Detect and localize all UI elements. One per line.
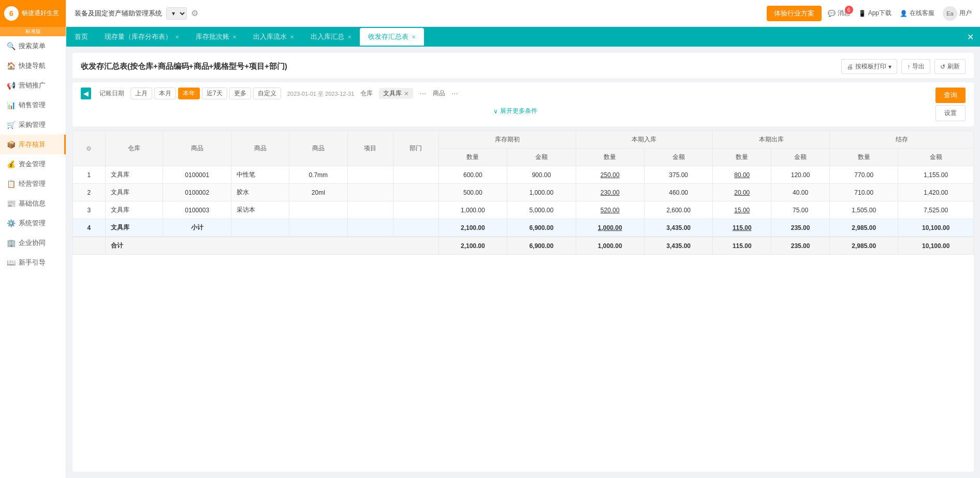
row1-out-qty[interactable]: 80.00 bbox=[713, 166, 771, 184]
inventory-icon: 📦 bbox=[6, 140, 16, 149]
sidebar-item-quick-nav[interactable]: 🏠 快捷导航 bbox=[0, 56, 66, 76]
sidebar-item-system[interactable]: ⚙️ 系统管理 bbox=[0, 213, 66, 233]
sidebar-item-purchase[interactable]: 🛒 采购管理 bbox=[0, 115, 66, 135]
tab-inventory-dist-label: 现存量（库存分布表） bbox=[105, 32, 172, 41]
subtotal-in-qty[interactable]: 1,000.00 bbox=[576, 219, 644, 237]
subtotal-warehouse: 文具库 bbox=[105, 219, 163, 237]
row1-in-qty-link[interactable]: 250.00 bbox=[601, 171, 620, 179]
user-action[interactable]: Ea 用户 bbox=[943, 6, 972, 21]
date-btn-7days[interactable]: 近7天 bbox=[202, 88, 227, 99]
tab-batch-account-close[interactable]: ✕ bbox=[232, 34, 237, 40]
messages-badge: 6 bbox=[845, 6, 853, 14]
refresh-label: 刷新 bbox=[947, 62, 960, 71]
sidebar-item-sales[interactable]: 📊 销售管理 bbox=[0, 95, 66, 115]
row3-closing-amt: 7,525.00 bbox=[898, 201, 974, 219]
row1-out-qty-link[interactable]: 80.00 bbox=[734, 171, 750, 179]
tab-receive-summary-close[interactable]: ✕ bbox=[412, 34, 416, 40]
row2-in-qty-link[interactable]: 230.00 bbox=[601, 189, 620, 196]
row1-in-qty[interactable]: 250.00 bbox=[576, 166, 644, 184]
row2-out-qty-link[interactable]: 20.00 bbox=[734, 189, 750, 196]
experience-button[interactable]: 体验行业方案 bbox=[767, 6, 822, 21]
tab-home[interactable]: 首页 bbox=[66, 28, 96, 46]
row3-in-qty-link[interactable]: 520.00 bbox=[601, 207, 620, 214]
row2-out-qty[interactable]: 20.00 bbox=[713, 184, 771, 201]
online-service-action[interactable]: 👤 在线客服 bbox=[900, 9, 934, 18]
subtotal-label: 小计 bbox=[163, 219, 231, 237]
col-project-header: 项目 bbox=[347, 131, 393, 166]
export-button[interactable]: ↑ 导出 bbox=[901, 59, 930, 74]
tab-inventory-dist[interactable]: 现存量（库存分布表） ✕ bbox=[96, 28, 187, 46]
subtotal-out-qty[interactable]: 115.00 bbox=[713, 219, 771, 237]
sidebar-item-inventory[interactable]: 📦 库存核算 bbox=[0, 135, 66, 154]
export-icon: ↑ bbox=[907, 63, 910, 70]
expand-row: ∨ 展开更多条件 bbox=[99, 103, 931, 115]
guide-icon: 📖 bbox=[6, 258, 16, 267]
row3-out-qty[interactable]: 15.00 bbox=[713, 201, 771, 219]
sidebar-item-guide[interactable]: 📖 新手引导 bbox=[0, 253, 66, 272]
tab-inout-summary-close[interactable]: ✕ bbox=[347, 34, 352, 40]
print-label: 按模板打印 bbox=[855, 62, 886, 71]
date-btn-this-year[interactable]: 本年 bbox=[178, 88, 200, 99]
marketing-icon: 📢 bbox=[6, 81, 16, 90]
date-btn-custom[interactable]: 自定义 bbox=[253, 88, 281, 99]
row3-opening-amt: 5,000.00 bbox=[507, 201, 576, 219]
warehouse-tag-value: 文具库 bbox=[383, 89, 402, 98]
tab-home-label: 首页 bbox=[75, 32, 88, 41]
home-icon: 🏠 bbox=[6, 62, 16, 70]
sidebar-item-search[interactable]: 🔍 搜索菜单 bbox=[0, 36, 66, 56]
subtotal-in-qty-link[interactable]: 1,000.00 bbox=[598, 224, 622, 231]
print-button[interactable]: 🖨 按模板打印 ▾ bbox=[841, 59, 897, 74]
date-btn-last-month[interactable]: 上月 bbox=[130, 88, 152, 99]
sidebar-item-finance[interactable]: 💰 资金管理 bbox=[0, 154, 66, 174]
row3-goods-spec bbox=[289, 201, 347, 219]
warehouse-tag-remove[interactable]: ✕ bbox=[404, 90, 409, 97]
sidebar-item-enterprise[interactable]: 🏢 企业协同 bbox=[0, 233, 66, 253]
expand-more-btn[interactable]: ∨ 展开更多条件 bbox=[493, 107, 537, 115]
query-button[interactable]: 查询 bbox=[935, 88, 966, 103]
tab-inout-flow-close[interactable]: ✕ bbox=[290, 34, 294, 40]
warehouse-tag: 文具库 ✕ bbox=[379, 88, 413, 99]
system-dropdown[interactable]: ▾ bbox=[166, 7, 187, 20]
date-btn-this-month[interactable]: 本月 bbox=[154, 88, 176, 99]
subtotal-no: 4 bbox=[73, 219, 106, 237]
sidebar-label-enterprise: 企业协同 bbox=[19, 238, 46, 248]
total-in-qty: 1,000.00 bbox=[576, 237, 644, 255]
row2-in-qty[interactable]: 230.00 bbox=[576, 184, 644, 201]
sidebar-label-finance: 资金管理 bbox=[19, 160, 46, 169]
goods-filter-more[interactable]: ··· bbox=[451, 89, 458, 98]
app-download-action[interactable]: 📱 App下载 bbox=[858, 9, 891, 18]
sidebar-item-marketing[interactable]: 📢 营销推广 bbox=[0, 76, 66, 95]
main-content: 装备及固定资产辅助管理系统 ▾ ⚙ 体验行业方案 💬 消息 6 📱 App下载 … bbox=[66, 0, 980, 478]
row3-no: 3 bbox=[73, 201, 106, 219]
table-settings-icon[interactable]: ⚙ bbox=[86, 145, 92, 152]
data-table-container: ⚙ 仓库 商品 商品 商品 项目 部门 库存期初 本期入库 本期出库 结存 bbox=[72, 131, 974, 472]
date-btn-more[interactable]: 更多 bbox=[229, 88, 251, 99]
sidebar-item-operations[interactable]: 📋 经营管理 bbox=[0, 174, 66, 194]
filter-collapse-button[interactable]: ◀ bbox=[81, 88, 91, 99]
table-row: 3 文具库 0100003 采访本 1,000.00 5,000.00 520.… bbox=[73, 201, 974, 219]
tab-receive-summary[interactable]: 收发存汇总表 ✕ bbox=[360, 28, 424, 46]
filter-area: ◀ 记账日期 上月 本月 本年 近7天 更多 自定义 2023-01-01 至 … bbox=[72, 82, 974, 126]
tab-inout-summary[interactable]: 出入库汇总 ✕ bbox=[302, 28, 360, 46]
subtotal-out-qty-link[interactable]: 115.00 bbox=[733, 224, 752, 231]
tab-batch-account[interactable]: 库存批次账 ✕ bbox=[187, 28, 245, 46]
tabs-close-all[interactable]: ✕ bbox=[961, 32, 980, 42]
sales-icon: 📊 bbox=[6, 101, 16, 109]
tab-inout-flow[interactable]: 出入库流水 ✕ bbox=[245, 28, 302, 46]
settings-gear-icon[interactable]: ⚙ bbox=[191, 8, 198, 18]
row3-out-qty-link[interactable]: 15.00 bbox=[734, 207, 750, 214]
sidebar-label-sales: 销售管理 bbox=[19, 100, 46, 110]
sidebar-item-basic[interactable]: 📰 基础信息 bbox=[0, 194, 66, 213]
total-out-qty: 115.00 bbox=[713, 237, 771, 255]
warehouse-filter-more[interactable]: ··· bbox=[419, 89, 426, 98]
settings-button[interactable]: 设置 bbox=[935, 105, 966, 121]
tab-inventory-dist-close[interactable]: ✕ bbox=[175, 34, 179, 40]
col-goods-code-header: 商品 bbox=[163, 131, 231, 166]
basic-icon: 📰 bbox=[6, 199, 16, 208]
subtotal-opening-amt: 6,900.00 bbox=[507, 219, 576, 237]
sidebar-label-inventory: 库存核算 bbox=[19, 140, 46, 149]
row2-no: 2 bbox=[73, 184, 106, 201]
row3-in-qty[interactable]: 520.00 bbox=[576, 201, 644, 219]
messages-action[interactable]: 💬 消息 6 bbox=[828, 9, 850, 18]
refresh-button[interactable]: ↺ 刷新 bbox=[934, 59, 966, 74]
